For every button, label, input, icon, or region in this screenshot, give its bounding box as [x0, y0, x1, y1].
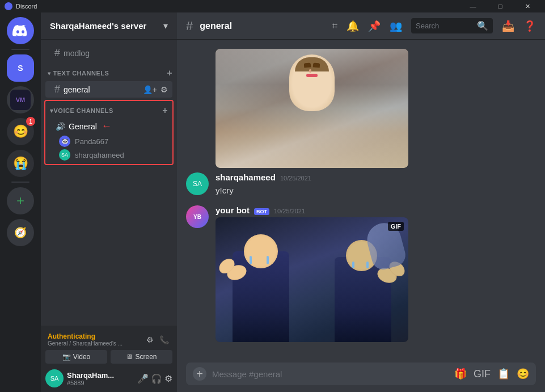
yourbot-timestamp: 10/25/2021 [274, 208, 305, 214]
settings-icon[interactable]: ⚙ [160, 85, 168, 94]
chat-input-box: + Message #general 🎁 GIF 📋 😊 [186, 363, 536, 385]
bell-icon[interactable]: 🔔 [347, 20, 359, 32]
voice-channels-header[interactable]: ▾ VOICE CHANNELS + [45, 103, 172, 118]
channel-sidebar: SharqaHameed's server ▾ # modlog ▾ TEXT … [41, 12, 177, 392]
message-placeholder: Message #general [212, 369, 282, 379]
members-icon[interactable]: 👥 [390, 20, 402, 32]
channel-name-modlog: modlog [64, 49, 90, 58]
top-image-container [216, 49, 536, 168]
emoji-icon-2: 😭 [13, 156, 28, 171]
maximize-button[interactable]: □ [487, 0, 513, 12]
voice-user-panda667[interactable]: 🐼 Panda667 [45, 134, 172, 148]
channel-path: General / SharqaHameed's ... [48, 340, 145, 347]
anime-girl-image [216, 49, 408, 168]
bot-badge: BOT [254, 208, 269, 215]
user-controls: Authenticating General / SharqaHameed's … [41, 326, 177, 392]
explore-servers-button[interactable]: 🧭 [7, 219, 34, 246]
voice-channels-section: ▾ VOICE CHANNELS + 🔊 General ← 🐼 Panda66… [44, 100, 174, 165]
pin-icon[interactable]: 📌 [368, 20, 381, 32]
sticker-icon[interactable]: 📋 [497, 368, 510, 380]
server-header[interactable]: SharqaHameed's server ▾ [41, 12, 177, 40]
title-bar: Discord — □ ✕ [0, 0, 545, 12]
sharqahameed-avatar: SA [186, 172, 209, 195]
channel-general-icons: 👤+ ⚙ [143, 85, 168, 94]
search-icon: 🔍 [477, 20, 488, 31]
message-input[interactable]: Message #general [212, 369, 449, 379]
sharqahameed-timestamp: 10/25/2021 [280, 175, 311, 182]
voice-control-icons: ⚙ 📞 [145, 334, 170, 345]
bottom-username: SharqaHam... [67, 371, 134, 380]
voice-user-sharqahameed[interactable]: SA sharqahameed [45, 148, 172, 162]
channel-hash-icon: # [186, 19, 193, 33]
chat-header-icons: ⌗ 🔔 📌 👥 Search 🔍 📥 ❓ [332, 18, 536, 33]
voice-channels-label: VOICE CHANNELS [54, 107, 113, 114]
chat-header: # general ⌗ 🔔 📌 👥 Search 🔍 📥 ❓ [177, 12, 545, 40]
video-button[interactable]: 📷 Video [45, 350, 107, 364]
sharqahameed-username: sharqahameed [216, 172, 276, 182]
server-icon-voicemod[interactable]: VM [7, 86, 34, 113]
channel-item-general[interactable]: # general 👤+ ⚙ [45, 81, 172, 98]
minimize-button[interactable]: — [460, 0, 486, 12]
gif-icon[interactable]: GIF [474, 368, 491, 380]
voice-channel-name: General [69, 122, 97, 131]
yourbot-message-content: your bot BOT 10/25/2021 [216, 205, 536, 342]
speaker-icon: 🔊 [56, 122, 65, 131]
add-text-channel-button[interactable]: + [167, 68, 172, 78]
gif-label: GIF [388, 222, 404, 231]
voice-settings-icon[interactable]: ⚙ [145, 334, 155, 345]
search-box[interactable]: Search 🔍 [411, 18, 493, 33]
server-divider [11, 49, 29, 50]
channel-name-general: general [64, 85, 90, 94]
red-arrow-icon: ← [102, 120, 112, 132]
sharqahameed-message-text: y!cry [216, 184, 536, 196]
microphone-icon[interactable]: 🎤 [137, 373, 149, 384]
settings-gear-icon[interactable]: ⚙ [164, 373, 172, 384]
disconnect-icon[interactable]: 📞 [158, 334, 170, 345]
mic-icons: 🎤 🎧 ⚙ [137, 373, 172, 384]
headset-icon[interactable]: 🎧 [151, 373, 162, 384]
chat-input-icons: 🎁 GIF 📋 😊 [454, 368, 529, 380]
add-server-button[interactable]: + [7, 187, 34, 214]
server-icon-sharqa[interactable]: S [7, 54, 34, 82]
panda667-avatar: 🐼 [59, 136, 70, 147]
sharqahameed-voice-name: sharqahameed [75, 151, 124, 159]
add-member-icon[interactable]: 👤+ [143, 85, 157, 94]
chat-messages: SA sharqahameed 10/25/2021 y!cry YB your… [177, 40, 545, 356]
close-button[interactable]: ✕ [514, 0, 540, 12]
server-icon-emoji2[interactable]: 😭 [7, 150, 34, 177]
add-voice-channel-button[interactable]: + [162, 106, 168, 116]
hash-icon-modlog: # [54, 47, 60, 59]
video-label: Video [73, 353, 90, 361]
add-attachment-button[interactable]: + [193, 367, 206, 381]
channel-item-modlog[interactable]: # modlog [45, 45, 172, 61]
yourbot-username: your bot [216, 205, 250, 215]
server-icon-discord-home[interactable] [7, 17, 34, 44]
inbox-icon[interactable]: 📥 [502, 20, 514, 32]
yourbot-message-header: your bot BOT 10/25/2021 [216, 205, 536, 215]
message-yourbot: YB your bot BOT 10/25/2021 [186, 205, 536, 342]
user-bottom-bar: SA SharqaHam... #5889 🎤 🎧 ⚙ [45, 367, 172, 390]
screen-share-button[interactable]: 🖥 Screen [111, 350, 172, 364]
screen-icon: 🖥 [126, 353, 133, 361]
help-icon[interactable]: ❓ [523, 20, 536, 32]
gift-icon[interactable]: 🎁 [454, 368, 467, 380]
server-icon-emoji1[interactable]: 😊 1 [7, 118, 34, 145]
user-avatar: SA [45, 369, 64, 387]
server-dropdown-icon: ▾ [163, 20, 168, 31]
camera-icon: 📷 [62, 353, 71, 361]
emoji-icon[interactable]: 😊 [517, 368, 529, 380]
title-bar-left: Discord [5, 2, 37, 10]
voicemod-icon: VM [10, 90, 31, 110]
sharqahameed-voice-avatar: SA [59, 149, 70, 161]
threads-icon[interactable]: ⌗ [332, 21, 337, 31]
explore-icon: 🧭 [14, 226, 27, 239]
user-tag: #5889 [67, 380, 134, 386]
chat-header-title: general [200, 21, 232, 31]
yourbot-avatar: YB [186, 205, 209, 228]
panda667-name: Panda667 [75, 137, 108, 146]
screen-label: Screen [135, 353, 157, 361]
text-channels-header[interactable]: ▾ TEXT CHANNELS + [41, 66, 177, 81]
voice-action-buttons: 📷 Video 🖥 Screen [45, 350, 172, 364]
crying-gif: GIF [216, 217, 408, 342]
voice-channel-general[interactable]: 🔊 General ← [49, 119, 169, 134]
